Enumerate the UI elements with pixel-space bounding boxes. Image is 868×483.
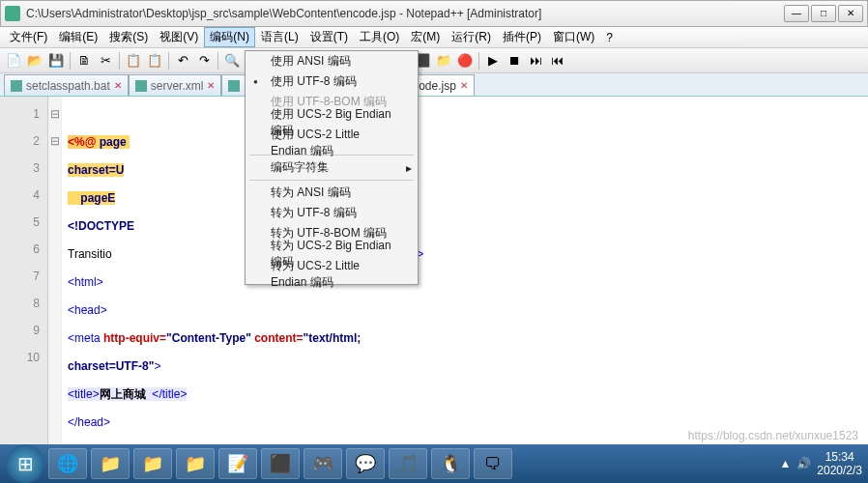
minimize-button[interactable]: — xyxy=(784,5,809,22)
toolbar-button[interactable]: 🗎 xyxy=(74,51,94,71)
taskbar-app[interactable]: 📁 xyxy=(133,448,172,479)
menu-item[interactable]: 搜索(S) xyxy=(103,27,154,47)
taskbar-app[interactable]: 🎵 xyxy=(389,448,427,479)
taskbar-app[interactable]: 🐧 xyxy=(431,448,470,479)
tab-close-icon[interactable]: ✕ xyxy=(207,80,215,91)
tray-icon[interactable]: ▲ xyxy=(779,457,791,470)
jsp-directive: <%@ xyxy=(68,135,96,149)
toolbar-button[interactable]: ⏮ xyxy=(547,51,566,71)
taskbar-app[interactable]: 📝 xyxy=(218,448,257,479)
line-number: 7 xyxy=(0,263,40,290)
tag-html: <html> xyxy=(68,275,103,289)
toolbar-button[interactable]: 📋 xyxy=(124,51,143,71)
toolbar-button[interactable]: 🔴 xyxy=(455,51,475,71)
start-button[interactable]: ⊞ xyxy=(6,444,44,483)
menu-item[interactable]: 插件(P) xyxy=(497,27,547,47)
tab-label: server.xml xyxy=(151,79,204,93)
document-tabbar: setclasspath.bat✕server.xml✕new 27✕new 3… xyxy=(0,73,868,97)
toolbar-button[interactable]: 💾 xyxy=(46,51,66,71)
maximize-button[interactable]: □ xyxy=(811,5,836,22)
clock-time: 15:34 xyxy=(817,450,862,464)
line-number: 6 xyxy=(0,236,40,263)
file-icon xyxy=(135,80,147,92)
fold-toggle[interactable]: ⊟ xyxy=(48,100,61,128)
title-text: 网上商城 xyxy=(100,387,146,401)
menu-item[interactable]: 工具(O) xyxy=(354,27,405,47)
line-number: 10 xyxy=(0,344,40,371)
code-editor[interactable]: <%@ page ntentType="text/html; charset=U… xyxy=(62,97,868,454)
menu-item[interactable]: 编辑(E) xyxy=(53,27,103,47)
taskbar-app[interactable]: 📁 xyxy=(176,448,215,479)
tab-close-icon[interactable]: ✕ xyxy=(114,80,122,91)
encoding-menu-item[interactable]: 使用 UCS-2 Little Endian 编码 xyxy=(246,132,418,153)
app-icon xyxy=(5,6,20,21)
fold-toggle[interactable]: ⊟ xyxy=(48,128,61,155)
line-number: 4 xyxy=(0,182,40,209)
encoding-menu-item[interactable]: 使用 UTF-8 编码 xyxy=(246,71,418,92)
encoding-menu-item[interactable]: 转为 UCS-2 Little Endian 编码 xyxy=(246,264,418,284)
encoding-menu-dropdown: 使用 ANSI 编码使用 UTF-8 编码使用 UTF-8-BOM 编码使用 U… xyxy=(245,50,419,285)
toolbar-button[interactable]: 📁 xyxy=(434,51,453,71)
toolbar-button[interactable]: ↷ xyxy=(194,51,214,71)
line-number: 9 xyxy=(0,317,40,344)
menu-item[interactable]: 编码(N) xyxy=(204,27,255,47)
tab-close-icon[interactable]: ✕ xyxy=(460,80,468,91)
encoding-menu-item[interactable]: 使用 ANSI 编码 xyxy=(246,51,418,71)
menu-item[interactable]: 文件(F) xyxy=(4,27,53,47)
tab-label: setclasspath.bat xyxy=(26,79,110,93)
menu-item[interactable]: 语言(L) xyxy=(255,27,304,47)
toolbar-button[interactable]: ✂ xyxy=(96,51,115,71)
file-icon xyxy=(228,80,240,92)
encoding-menu-item[interactable]: 转为 UTF-8 编码 xyxy=(246,203,418,223)
window-title: C:\Users\Administrator\Desktop\jsp_src\s… xyxy=(26,7,784,20)
encoding-menu-item[interactable]: 转为 ANSI 编码 xyxy=(246,183,418,203)
toolbar-button[interactable]: 📄 xyxy=(4,51,23,71)
clock-date: 2020/2/3 xyxy=(817,464,862,477)
taskbar-app[interactable]: 🌐 xyxy=(48,448,87,479)
menu-item[interactable]: ? xyxy=(600,29,619,46)
toolbar-button[interactable]: ▶ xyxy=(483,51,503,71)
menu-item[interactable]: 窗口(W) xyxy=(547,27,600,47)
menu-item[interactable]: 运行(R) xyxy=(446,27,497,47)
fold-column: ⊟⊟ xyxy=(48,97,62,454)
toolbar: 📄📂💾🗎✂📋📋↶↷🔍🔎🔤👁⇄⬚≡¶⬛📁🔴▶⏹⏭⏮ xyxy=(0,48,868,73)
close-button[interactable]: ✕ xyxy=(838,5,863,22)
menu-item[interactable]: 视图(V) xyxy=(154,27,204,47)
menu-item[interactable]: 设置(T) xyxy=(304,27,354,47)
line-number-gutter: 12345678910 xyxy=(0,97,48,454)
taskbar-app[interactable]: 🗨 xyxy=(474,448,512,479)
line-number: 2 xyxy=(0,128,40,155)
system-tray[interactable]: ▲ 🔊 15:34 2020/2/3 xyxy=(779,450,862,477)
tray-icon[interactable]: 🔊 xyxy=(796,457,811,470)
file-icon xyxy=(11,80,22,92)
window-controls: — □ ✕ xyxy=(784,5,863,22)
toolbar-button[interactable]: 📋 xyxy=(145,51,164,71)
line-number: 5 xyxy=(0,209,40,236)
taskbar-app[interactable]: 🎮 xyxy=(304,448,342,479)
tag-head: <head> xyxy=(68,303,107,317)
menu-item[interactable]: 宏(M) xyxy=(405,27,446,47)
submenu-arrow-icon: ▸ xyxy=(406,161,412,175)
document-tab[interactable]: setclasspath.bat✕ xyxy=(4,74,129,96)
toolbar-button[interactable]: 📂 xyxy=(25,51,44,71)
taskbar-app[interactable]: ⬛ xyxy=(261,448,300,479)
line-number: 1 xyxy=(0,100,40,128)
taskbar-app[interactable]: 💬 xyxy=(346,448,385,479)
document-tab[interactable]: server.xml✕ xyxy=(129,74,222,96)
toolbar-button[interactable]: 🔍 xyxy=(222,51,242,71)
menu-bar: 文件(F)编辑(E)搜索(S)视图(V)编码(N)语言(L)设置(T)工具(O)… xyxy=(0,27,868,48)
window-titlebar: C:\Users\Administrator\Desktop\jsp_src\s… xyxy=(0,0,868,27)
line-number: 3 xyxy=(0,155,40,182)
windows-taskbar: ⊞ 🌐📁📁📁📝⬛🎮💬🎵🐧🗨 ▲ 🔊 15:34 2020/2/3 xyxy=(0,444,868,483)
toolbar-button[interactable]: ⏹ xyxy=(505,51,524,71)
editor-area: 12345678910 ⊟⊟ <%@ page ntentType="text/… xyxy=(0,97,868,454)
line-number: 8 xyxy=(0,290,40,317)
toolbar-button[interactable]: ⏭ xyxy=(526,51,545,71)
taskbar-app[interactable]: 📁 xyxy=(91,448,130,479)
toolbar-button[interactable]: ↶ xyxy=(173,51,192,71)
watermark-text: https://blog.csdn.net/xunxue1523 xyxy=(688,429,858,442)
encoding-menu-item[interactable]: 编码字符集▸ xyxy=(246,157,418,178)
